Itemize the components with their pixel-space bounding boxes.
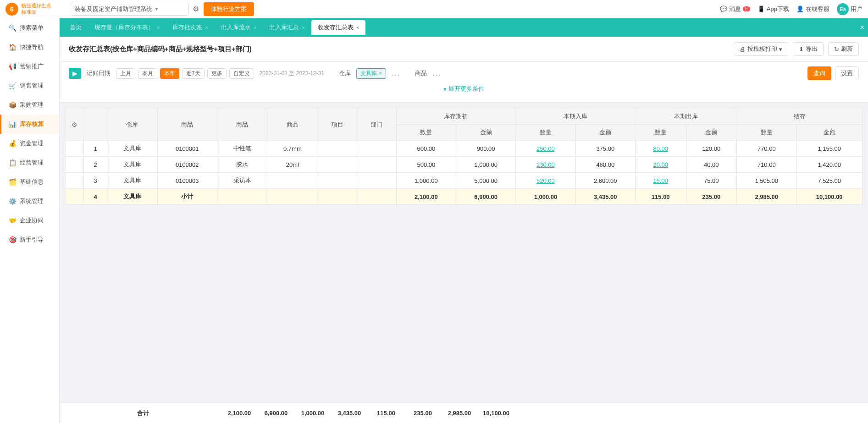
row-warehouse: 文具库 bbox=[107, 189, 157, 205]
tab-receipt-summary[interactable]: 收发存汇总表 × bbox=[311, 20, 365, 35]
guide-icon: 🎯 bbox=[9, 236, 16, 243]
row-closing-amt: 7,525.00 bbox=[796, 173, 862, 189]
row-opening-qty: 1,000.00 bbox=[396, 173, 456, 189]
table-subheader-in-qty: 数量 bbox=[516, 125, 575, 141]
sidebar-item-marketing[interactable]: 📢 营销推广 bbox=[0, 57, 59, 76]
row-closing-qty: 710.00 bbox=[737, 157, 796, 173]
tab-flow-label: 出入库流水 bbox=[221, 23, 251, 32]
footer-closing-amt: 10,100.00 bbox=[478, 407, 514, 419]
sidebar-item-finance[interactable]: 💰 资金管理 bbox=[0, 134, 59, 153]
sidebar-item-sales[interactable]: 🛒 销售管理 bbox=[0, 76, 59, 95]
row-in-qty[interactable]: 230.00 bbox=[516, 157, 575, 173]
sidebar-item-inventory[interactable]: 📊 库存核算 bbox=[0, 115, 59, 134]
sidebar-item-purchase[interactable]: 📦 采购管理 bbox=[0, 95, 59, 115]
row-opening-qty: 500.00 bbox=[396, 157, 456, 173]
refresh-button[interactable]: ↻ 刷新 bbox=[828, 42, 859, 56]
tab-close-icon[interactable]: × bbox=[302, 25, 304, 30]
settings-button[interactable]: 设置 bbox=[835, 66, 859, 80]
sidebar-item-label: 快捷导航 bbox=[20, 43, 44, 51]
date-this-year-button[interactable]: 本年 bbox=[160, 68, 179, 79]
row-warehouse: 文具库 bbox=[107, 141, 157, 157]
table-header-project: 项目 bbox=[318, 109, 357, 141]
tab-stock-dist[interactable]: 现存量（库存分布表） × bbox=[88, 20, 166, 35]
row-closing-qty: 2,985.00 bbox=[737, 189, 796, 205]
tab-close-icon[interactable]: × bbox=[356, 25, 359, 30]
row-opening-qty: 2,100.00 bbox=[396, 189, 456, 205]
row-in-amt: 375.00 bbox=[575, 141, 635, 157]
row-in-qty[interactable]: 520.00 bbox=[516, 173, 575, 189]
home-icon: 🏠 bbox=[9, 44, 16, 51]
row-code: 0100003 bbox=[157, 173, 217, 189]
tab-summary[interactable]: 出入库汇总 × bbox=[263, 20, 311, 35]
sidebar-item-enterprise[interactable]: 🤝 企业协同 bbox=[0, 211, 59, 230]
marketing-icon: 📢 bbox=[9, 63, 16, 70]
gear-icon[interactable]: ⚙ bbox=[193, 5, 199, 13]
row-warehouse: 文具库 bbox=[107, 157, 157, 173]
tab-close-icon[interactable]: × bbox=[157, 25, 160, 30]
message-button[interactable]: 💬 消息 6 bbox=[720, 5, 750, 13]
row-in-amt: 3,435.00 bbox=[575, 189, 635, 205]
table-row: 4 文具库 小计 2,100.00 6,900.00 1,000.00 3,43… bbox=[66, 189, 862, 205]
table-header-warehouse: 仓库 bbox=[107, 109, 157, 141]
date-more-button[interactable]: 更多 bbox=[207, 68, 227, 79]
sidebar-item-basic-info[interactable]: 🗂️ 基础信息 bbox=[0, 172, 59, 192]
remove-warehouse-filter-icon[interactable]: × bbox=[379, 70, 382, 77]
content-area: 首页 现存量（库存分布表） × 库存批次账 × 出入库流水 × 出入库汇总 × … bbox=[60, 18, 868, 423]
logo-text: 畅捷通好生意 标准版 bbox=[21, 3, 51, 15]
footer-closing-qty: 2,985.00 bbox=[441, 407, 478, 419]
chevron-down-icon: ▾ bbox=[155, 5, 158, 12]
sidebar-item-label: 采购管理 bbox=[20, 101, 44, 109]
warehouse-tag-text: 文具库 bbox=[360, 70, 377, 77]
date-prev-month-button[interactable]: 上月 bbox=[116, 68, 135, 79]
sidebar-item-search[interactable]: 🔍 搜索菜单 bbox=[0, 18, 59, 38]
row-seq: 3 bbox=[84, 173, 107, 189]
row-gear-cell bbox=[66, 189, 84, 205]
warehouse-more-button[interactable]: ... bbox=[392, 69, 400, 77]
sidebar-item-label: 库存核算 bbox=[20, 120, 44, 128]
query-button[interactable]: 查询 bbox=[807, 66, 831, 80]
message-icon: 💬 bbox=[720, 5, 727, 12]
avatar: Ea bbox=[837, 3, 849, 15]
tab-batch[interactable]: 库存批次账 × bbox=[166, 20, 214, 35]
sidebar-item-quick-nav[interactable]: 🏠 快捷导航 bbox=[0, 38, 59, 57]
expand-more-filters-button[interactable]: ▾ 展开更多条件 bbox=[438, 83, 490, 95]
date-7-days-button[interactable]: 近7天 bbox=[182, 68, 205, 79]
info-icon: 🗂️ bbox=[9, 178, 16, 186]
row-out-qty[interactable]: 15.00 bbox=[635, 173, 686, 189]
date-this-month-button[interactable]: 本月 bbox=[138, 68, 157, 79]
date-custom-button[interactable]: 自定义 bbox=[229, 68, 254, 79]
tab-close-icon[interactable]: × bbox=[205, 25, 208, 30]
table-subheader-closing-qty: 数量 bbox=[737, 125, 796, 141]
row-in-qty[interactable]: 250.00 bbox=[516, 141, 575, 157]
close-all-tabs-button[interactable]: × bbox=[860, 23, 864, 32]
app-download-button[interactable]: 📱 App下载 bbox=[757, 5, 789, 13]
tab-flow[interactable]: 出入库流水 × bbox=[215, 20, 263, 35]
sidebar-item-label: 搜索菜单 bbox=[20, 24, 44, 32]
print-button[interactable]: 🖨 按模板打印 ▾ bbox=[734, 42, 788, 56]
online-service-button[interactable]: 👤 在线客服 bbox=[796, 5, 829, 13]
export-icon: ⬇ bbox=[799, 46, 804, 53]
collapse-filter-button[interactable]: ▶ bbox=[69, 68, 81, 79]
row-in-amt: 460.00 bbox=[575, 157, 635, 173]
export-button[interactable]: ⬇ 导出 bbox=[793, 42, 824, 56]
table-settings-icon[interactable]: ⚙ bbox=[72, 121, 77, 128]
tab-summary-label: 出入库汇总 bbox=[269, 23, 299, 32]
goods-more-button[interactable]: ... bbox=[432, 69, 441, 77]
sidebar-item-system[interactable]: ⚙️ 系统管理 bbox=[0, 192, 59, 211]
trial-button[interactable]: 体验行业方案 bbox=[204, 2, 254, 16]
row-out-qty[interactable]: 20.00 bbox=[635, 157, 686, 173]
row-closing-qty: 1,505.00 bbox=[737, 173, 796, 189]
row-in-amt: 2,600.00 bbox=[575, 173, 635, 189]
row-out-qty[interactable]: 80.00 bbox=[635, 141, 686, 157]
system-icon: ⚙️ bbox=[9, 198, 16, 205]
sidebar-item-operations[interactable]: 📋 经营管理 bbox=[0, 153, 59, 172]
sidebar-item-guide[interactable]: 🎯 新手引导 bbox=[0, 230, 59, 249]
user-button[interactable]: Ea 用户 bbox=[837, 3, 862, 15]
download-icon: 📱 bbox=[757, 5, 765, 12]
sidebar-item-label: 基础信息 bbox=[20, 178, 44, 186]
system-selector[interactable]: 装备及固定资产辅助管理系统 ▾ bbox=[70, 3, 189, 16]
tab-close-icon[interactable]: × bbox=[254, 25, 256, 30]
row-department bbox=[357, 189, 397, 205]
row-seq: 2 bbox=[84, 157, 107, 173]
tab-home[interactable]: 首页 bbox=[63, 20, 88, 35]
